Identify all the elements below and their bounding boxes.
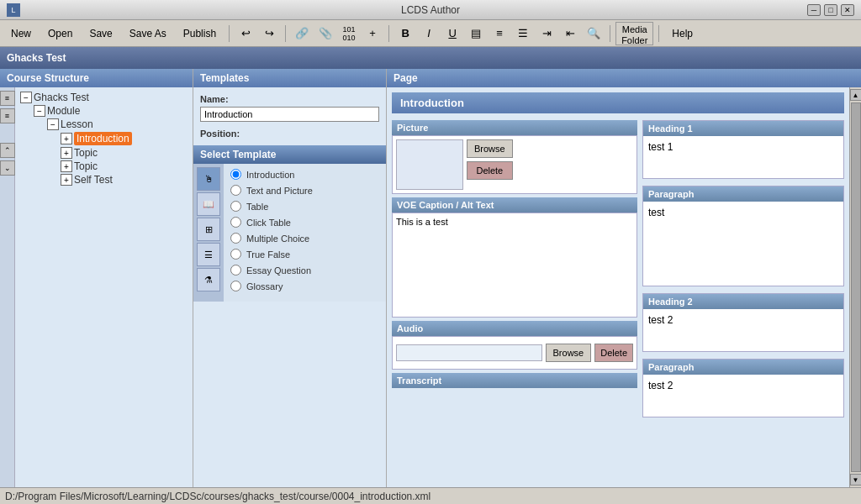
audio-header: Audio (392, 321, 637, 336)
radio-table[interactable]: Table (230, 201, 379, 212)
italic-button[interactable]: I (418, 24, 440, 44)
radio-essayquestion[interactable]: Essay Question (230, 265, 379, 276)
plus-icon[interactable]: + (362, 24, 383, 44)
name-input[interactable] (200, 107, 379, 122)
heading2-body[interactable]: test 2 (643, 309, 843, 351)
tree-item-topic1[interactable]: + Topic (61, 146, 189, 160)
scroll-thumb[interactable] (851, 102, 861, 472)
position-label: Position: (200, 129, 379, 139)
audio-delete-button[interactable]: Delete (594, 344, 633, 362)
page-left-column: Picture Browse Delete VOE Capt (392, 120, 637, 421)
help-button[interactable]: Help (664, 24, 700, 44)
expand-root[interactable]: − (20, 92, 32, 103)
save-as-button[interactable]: Save As (122, 24, 174, 44)
audio-section: Audio Browse Delete (392, 321, 637, 370)
new-button[interactable]: New (3, 24, 39, 44)
tree-item-module[interactable]: − Module (34, 104, 189, 118)
radio-label-essayquestion: Essay Question (246, 265, 311, 276)
tree-label-introduction: Introduction (74, 132, 132, 145)
template-icon-table[interactable]: ⊞ (197, 218, 220, 241)
radio-label-introduction: Introduction (246, 170, 294, 180)
expand-topic2[interactable]: + (61, 160, 72, 172)
audio-body: Browse Delete (392, 336, 637, 370)
voe-body (392, 213, 637, 318)
maximize-button[interactable]: □ (824, 4, 837, 16)
heading1-header: Heading 1 (643, 121, 843, 136)
attach-icon[interactable]: 📎 (314, 24, 336, 44)
tree-item-selftest[interactable]: + Self Test (61, 173, 189, 186)
save-button[interactable]: Save (82, 24, 119, 44)
voe-textarea[interactable] (393, 213, 637, 314)
template-icon-intro[interactable]: 🖱 (197, 167, 220, 191)
radio-textpicture[interactable]: Text and Picture (230, 185, 379, 196)
scroll-down-button[interactable]: ▼ (850, 474, 862, 486)
tree-label-topic2: Topic (74, 160, 98, 172)
separator-1 (229, 25, 230, 42)
paragraph1-body[interactable]: test (643, 202, 843, 286)
publish-button[interactable]: Publish (176, 24, 224, 44)
format-icon[interactable]: ▤ (465, 24, 487, 44)
radio-truefalse[interactable]: True False (230, 249, 379, 260)
page-panel-inner: Introduction Picture Browse Delete (387, 87, 861, 487)
radio-label-glossary: Glossary (246, 281, 283, 291)
picture-browse-button[interactable]: Browse (467, 139, 513, 158)
template-icon-list[interactable]: ☰ (197, 243, 220, 266)
heading1-body[interactable]: test 1 (643, 136, 843, 178)
scroll-up-button[interactable]: ▲ (850, 89, 862, 101)
list-ordered-icon[interactable]: ☰ (512, 24, 534, 44)
titlebar: L LCDS Author ─ □ ✕ (0, 0, 861, 20)
statusbar: D:/Program Files/Microsoft/Learning/LCDS… (0, 487, 861, 504)
page-title: Introduction (392, 92, 844, 113)
tree-item-lesson[interactable]: − Lesson (47, 118, 189, 131)
tree-item-topic2[interactable]: + Topic (61, 160, 189, 173)
close-button[interactable]: ✕ (841, 4, 854, 16)
audio-browse-button[interactable]: Browse (546, 344, 592, 362)
select-template-header: Select Template (193, 145, 386, 164)
nav-icon-3[interactable]: ⌃ (0, 143, 15, 158)
bold-button[interactable]: B (394, 24, 416, 44)
picture-delete-button[interactable]: Delete (467, 161, 513, 180)
paragraph2-body[interactable]: test 2 (643, 375, 843, 417)
menubar: New Open Save Save As Publish ↩ ↪ 🔗 📎 10… (0, 20, 861, 47)
template-icon-textpic[interactable]: 📖 (197, 192, 220, 216)
search-icon[interactable]: 🔍 (583, 24, 605, 44)
transcript-section: Transcript (392, 373, 637, 388)
picture-header: Picture (392, 120, 637, 135)
indent-icon[interactable]: ⇥ (536, 24, 557, 44)
radio-glossary[interactable]: Glossary (230, 281, 379, 291)
underline-button[interactable]: U (441, 24, 463, 44)
paragraph1-section: Paragraph test (642, 186, 844, 286)
radio-clicktable[interactable]: Click Table (230, 217, 379, 228)
expand-selftest[interactable]: + (61, 174, 72, 186)
open-button[interactable]: Open (40, 24, 80, 44)
tree-item-introduction[interactable]: + Introduction (61, 131, 189, 146)
page-scroll-track: ▲ ▼ (849, 87, 861, 487)
nav-icon-1[interactable]: ≡ (0, 91, 15, 106)
redo-button[interactable]: ↪ (258, 24, 280, 44)
window-controls: ─ □ ✕ (807, 4, 854, 16)
minimize-button[interactable]: ─ (807, 4, 821, 16)
radio-multiplechoice[interactable]: Multiple Choice (230, 233, 379, 244)
page-right-column: Heading 1 test 1 Paragraph test (642, 120, 844, 421)
template-options: Introduction Text and Picture Table Clic… (224, 164, 386, 302)
heading2-section: Heading 2 test 2 (642, 293, 844, 352)
binary-icon[interactable]: 101010 (338, 24, 360, 44)
project-name: Ghacks Test (7, 52, 66, 64)
outdent-icon[interactable]: ⇤ (559, 24, 581, 44)
expand-lesson[interactable]: − (47, 118, 59, 130)
tree-item-root[interactable]: − Ghacks Test (20, 91, 189, 104)
expand-module[interactable]: − (34, 105, 45, 117)
radio-label-truefalse: True False (246, 249, 290, 260)
expand-topic1[interactable]: + (61, 147, 72, 159)
expand-introduction[interactable]: + (61, 133, 72, 144)
radio-introduction[interactable]: Introduction (230, 169, 379, 180)
media-folder-button[interactable]: Media Folder (615, 22, 653, 45)
radio-label-multiplechoice: Multiple Choice (246, 234, 309, 244)
nav-icon-2[interactable]: ≡ (0, 108, 15, 123)
template-icon-flask[interactable]: ⚗ (197, 268, 220, 291)
undo-button[interactable]: ↩ (235, 24, 256, 44)
voe-header: VOE Caption / Alt Text (392, 197, 637, 213)
link-icon[interactable]: 🔗 (291, 24, 313, 44)
list-unordered-icon[interactable]: ≡ (489, 24, 510, 44)
nav-icon-4[interactable]: ⌄ (0, 160, 15, 176)
